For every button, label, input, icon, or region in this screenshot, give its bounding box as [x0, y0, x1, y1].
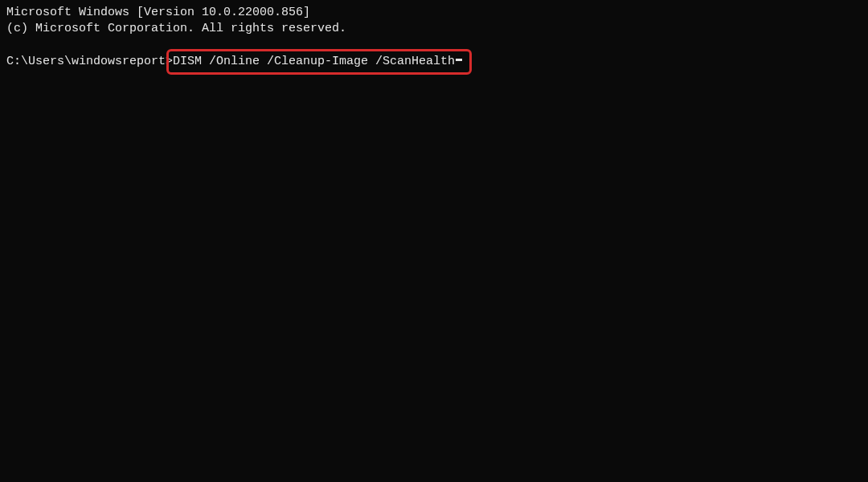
text-cursor-icon: [456, 59, 462, 61]
command-input-text[interactable]: DISM /Online /Cleanup-Image /ScanHealth: [173, 54, 455, 70]
cmd-header-version: Microsoft Windows [Version 10.0.22000.85…: [6, 5, 862, 21]
cmd-header-copyright: (c) Microsoft Corporation. All rights re…: [6, 21, 862, 37]
command-prompt-line[interactable]: C:\Users\windowsreport> DISM /Online /Cl…: [6, 54, 862, 70]
prompt-path: C:\Users\windowsreport>: [6, 54, 173, 70]
blank-line: [6, 38, 862, 54]
command-highlight-region: DISM /Online /Cleanup-Image /ScanHealth: [173, 54, 462, 70]
